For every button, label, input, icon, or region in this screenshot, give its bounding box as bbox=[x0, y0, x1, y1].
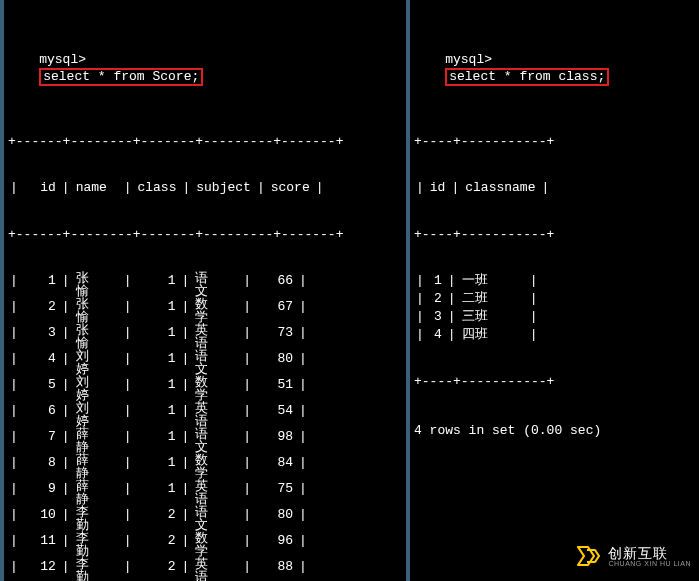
col-id: id bbox=[20, 179, 60, 197]
table-row: |4|刘婷|1|语文|80| bbox=[8, 350, 309, 376]
terminal-pane-right[interactable]: mysql> select * from class; +----+------… bbox=[406, 0, 699, 581]
mysql-prompt: mysql> bbox=[39, 52, 86, 67]
right-sql-command: select * from class; bbox=[445, 68, 609, 86]
left-sql-command: select * from Score; bbox=[39, 68, 203, 86]
watermark-en: CHUANG XIN HU LIAN bbox=[608, 560, 691, 567]
table-row: |1|张愉|1|语文|66| bbox=[8, 272, 309, 298]
watermark-logo-icon bbox=[572, 541, 602, 571]
table-row: |6|刘婷|1|英语|54| bbox=[8, 402, 309, 428]
col-id: id bbox=[426, 179, 450, 197]
right-rule-top: +----+-----------+ bbox=[414, 134, 695, 149]
col-classname: classname bbox=[461, 179, 539, 197]
right-prompt-line: mysql> select * from class; bbox=[414, 36, 695, 102]
score-table: |id |name |class |subject |score | bbox=[8, 179, 326, 197]
table-row: |11|李勤|2|数学|96| bbox=[8, 532, 309, 558]
table-row: |12|李勤|2|英语|88| bbox=[8, 558, 309, 581]
table-row: |10|李勤|2|语文|80| bbox=[8, 506, 309, 532]
col-name: name bbox=[72, 179, 122, 197]
table-row: |1|一班| bbox=[414, 272, 539, 290]
score-header-row: |id |name |class |subject |score | bbox=[8, 179, 326, 197]
watermark-cn: 创新互联 bbox=[608, 546, 691, 560]
table-row: |2|张愉|1|数学|67| bbox=[8, 298, 309, 324]
right-status: 4 rows in set (0.00 sec) bbox=[414, 423, 695, 438]
right-rule-bottom: +----+-----------+ bbox=[414, 374, 695, 389]
left-rule-mid: +------+--------+-------+---------+-----… bbox=[8, 227, 398, 242]
watermark-text: 创新互联 CHUANG XIN HU LIAN bbox=[608, 546, 691, 567]
table-row: |4|四班| bbox=[414, 326, 539, 344]
table-row: |3|三班| bbox=[414, 308, 539, 326]
table-row: |2|二班| bbox=[414, 290, 539, 308]
watermark: 创新互联 CHUANG XIN HU LIAN bbox=[572, 541, 691, 571]
left-rule-top: +------+--------+-------+---------+-----… bbox=[8, 134, 398, 149]
table-row: |8|薛静|1|数学|84| bbox=[8, 454, 309, 480]
left-prompt-line: mysql> select * from Score; bbox=[8, 36, 398, 102]
class-table: |id |classname | bbox=[414, 179, 551, 197]
table-row: |7|薛静|1|语文|98| bbox=[8, 428, 309, 454]
score-table-body: |1|张愉|1|语文|66||2|张愉|1|数学|67||3|张愉|1|英语|7… bbox=[8, 272, 309, 581]
table-row: |9|薛静|1|英语|75| bbox=[8, 480, 309, 506]
class-header-row: |id |classname | bbox=[414, 179, 551, 197]
table-row: |3|张愉|1|英语|73| bbox=[8, 324, 309, 350]
col-subject: subject bbox=[192, 179, 255, 197]
class-table-body: |1|一班||2|二班||3|三班||4|四班| bbox=[414, 272, 539, 344]
right-rule-mid: +----+-----------+ bbox=[414, 227, 695, 242]
mysql-prompt: mysql> bbox=[445, 52, 492, 67]
terminal-pane-left[interactable]: mysql> select * from Score; +------+----… bbox=[0, 0, 402, 581]
col-score: score bbox=[267, 179, 314, 197]
table-row: |5|刘婷|1|数学|51| bbox=[8, 376, 309, 402]
col-class: class bbox=[133, 179, 180, 197]
